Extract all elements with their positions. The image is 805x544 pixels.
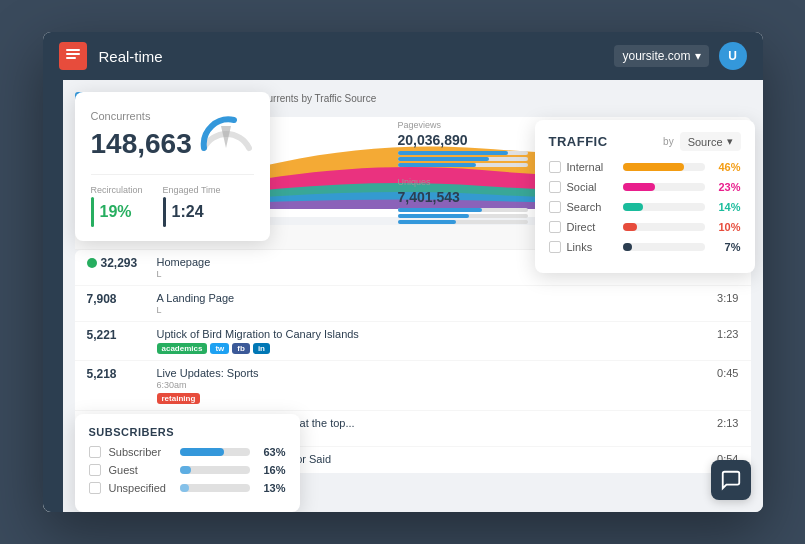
tag-badges: academics tw fb in: [157, 343, 659, 354]
page-meta: 6:30am: [157, 380, 659, 390]
subscriber-bar-fill-0: [180, 448, 224, 456]
engaged-time-label: Engaged Time: [163, 185, 221, 195]
traffic-bar-0: [623, 163, 705, 171]
chevron-down-icon: ▾: [727, 135, 733, 148]
header-left: Real-time: [59, 42, 163, 70]
traffic-label-0: Internal: [567, 161, 617, 173]
subscriber-bar-fill-2: [180, 484, 189, 492]
source-label: Source: [688, 136, 723, 148]
pageviews-bar: [398, 151, 509, 155]
traffic-label-1: Social: [567, 181, 617, 193]
recirculation-label: Recirculation: [91, 185, 143, 195]
pageviews-value: 20,036,890: [398, 132, 528, 148]
subscribers-panel: SUBSCRIBERS Subscriber 63% Guest 16%: [75, 414, 300, 512]
svg-rect-0: [66, 53, 80, 55]
engaged-time: 1:23: [659, 328, 739, 340]
traffic-label-4: Links: [567, 241, 617, 253]
traffic-row-direct: Direct 10%: [549, 221, 741, 233]
subscriber-check-0[interactable]: [89, 446, 101, 458]
logo-icon: [59, 42, 87, 70]
subscriber-label-0: Subscriber: [109, 446, 172, 458]
subscriber-label-1: Guest: [109, 464, 172, 476]
user-avatar[interactable]: U: [719, 42, 747, 70]
uniques-label: Uniques: [398, 177, 528, 187]
site-selector[interactable]: yoursite.com ▾: [614, 45, 708, 67]
page-meta: L: [157, 305, 659, 315]
traffic-header: TRAFFIC by Source ▾: [549, 132, 741, 151]
traffic-row-internal: Internal 46%: [549, 161, 741, 173]
cp-metrics: Recirculation 19% Engaged Time 1:24: [91, 185, 254, 227]
traffic-row-search: Search 14%: [549, 201, 741, 213]
traffic-check-2[interactable]: [549, 201, 561, 213]
tag-retaining: retaining: [157, 393, 201, 404]
traffic-by-label: by: [663, 136, 674, 147]
subscriber-bar-2: [180, 484, 250, 492]
concurrents-value: 148,663: [91, 128, 192, 160]
tag-linkedin: in: [253, 343, 270, 354]
subscriber-check-2[interactable]: [89, 482, 101, 494]
traffic-source-selector[interactable]: Source ▾: [680, 132, 741, 151]
svg-rect-2: [66, 49, 80, 51]
traffic-bar-1: [623, 183, 705, 191]
traffic-check-1[interactable]: [549, 181, 561, 193]
subscriber-value-1: 16%: [258, 464, 286, 476]
traffic-check-3[interactable]: [549, 221, 561, 233]
subscriber-row-0: Subscriber 63%: [89, 446, 286, 458]
header-right: yoursite.com ▾ U: [614, 42, 746, 70]
engaged-time: 3:19: [659, 292, 739, 304]
engaged-bar: [163, 197, 166, 227]
traffic-check-4[interactable]: [549, 241, 561, 253]
concurrents-gauge: [199, 108, 254, 157]
traffic-label-2: Search: [567, 201, 617, 213]
content: TODAY 7-DAY 30-DAY Concurrents by Traffi…: [63, 80, 763, 512]
tag-facebook: fb: [232, 343, 250, 354]
recirculation-value: 19%: [100, 203, 132, 221]
chevron-down-icon: ▾: [695, 49, 701, 63]
subscriber-row-1: Guest 16%: [89, 464, 286, 476]
chat-button[interactable]: [711, 460, 751, 500]
site-name: yoursite.com: [622, 49, 690, 63]
subscriber-value-0: 63%: [258, 446, 286, 458]
header: Real-time yoursite.com ▾ U: [43, 32, 763, 80]
svg-rect-1: [66, 57, 76, 59]
subscriber-row-2: Unspecified 13%: [89, 482, 286, 494]
subscriber-bar-0: [180, 448, 250, 456]
table-row[interactable]: 5,221 Uptick of Bird Migration to Canary…: [75, 322, 751, 361]
page-name: Live Updates: Sports: [157, 367, 659, 379]
concurrent-count: 5,218: [87, 367, 117, 381]
engaged-time: 0:45: [659, 367, 739, 379]
subscriber-bar-1: [180, 466, 250, 474]
traffic-label-3: Direct: [567, 221, 617, 233]
subscriber-label-2: Unspecified: [109, 482, 172, 494]
tag-academics: academics: [157, 343, 208, 354]
traffic-value-3: 10%: [711, 221, 741, 233]
main: TODAY 7-DAY 30-DAY Concurrents by Traffi…: [43, 80, 763, 512]
concurrent-count: 32,293: [101, 256, 138, 270]
page-name: A Landing Page: [157, 292, 659, 304]
traffic-row-links: Links 7%: [549, 241, 741, 253]
traffic-bar-2: [623, 203, 705, 211]
traffic-value-1: 23%: [711, 181, 741, 193]
engaged-time: 2:13: [659, 417, 739, 429]
table-row[interactable]: 7,908 A Landing Page L 3:19: [75, 286, 751, 322]
traffic-value-0: 46%: [711, 161, 741, 173]
app-window: Real-time yoursite.com ▾ U TODAY 7-DAY 3…: [43, 32, 763, 512]
uniques-item: Uniques 7,401,543: [398, 177, 528, 224]
uniques-value: 7,401,543: [398, 189, 528, 205]
traffic-check-0[interactable]: [549, 161, 561, 173]
concurrent-count: 7,908: [87, 292, 117, 306]
subscriber-check-1[interactable]: [89, 464, 101, 476]
sidebar: [43, 80, 63, 512]
header-title: Real-time: [99, 48, 163, 65]
subscribers-title: SUBSCRIBERS: [89, 426, 286, 438]
traffic-panel: TRAFFIC by Source ▾ Internal: [535, 120, 755, 273]
traffic-bar-4: [623, 243, 705, 251]
subscriber-bar-fill-1: [180, 466, 191, 474]
table-row[interactable]: 5,218 Live Updates: Sports 6:30am retain…: [75, 361, 751, 411]
traffic-value-4: 7%: [711, 241, 741, 253]
concurrents-label: Concurrents: [91, 110, 151, 122]
pageviews-item: Pageviews 20,036,890: [398, 120, 528, 167]
tag-badges: retaining: [157, 393, 659, 404]
engaged-time-value: 1:24: [172, 203, 204, 221]
concurrent-count: 5,221: [87, 328, 117, 342]
